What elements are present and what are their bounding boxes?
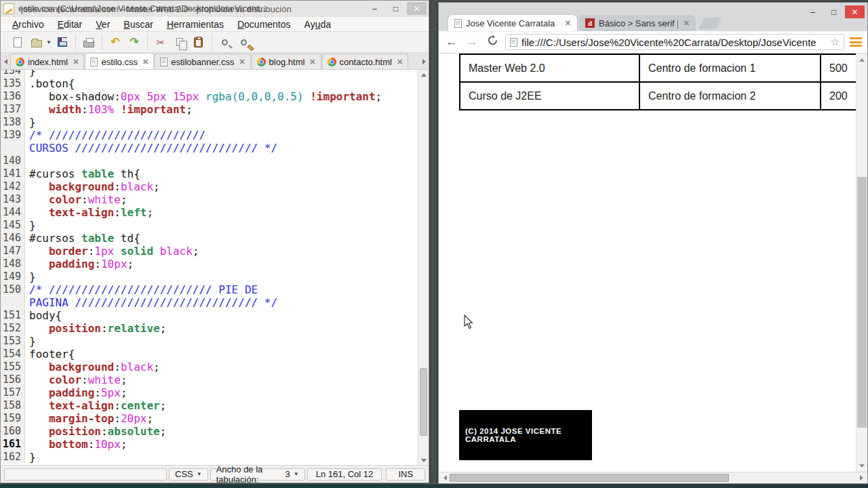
gedit-tabbar: index.html✕estilo.css✕estilobanner.css✕b… — [1, 53, 429, 70]
browser-tab[interactable]: dBásico > Sans serif | dafon✕ — [579, 15, 696, 31]
scroll-up-icon[interactable] — [418, 70, 429, 79]
table-cell: 500 — [821, 54, 861, 82]
find-and-replace-button[interactable] — [236, 34, 252, 50]
back-icon[interactable]: ← — [444, 35, 459, 49]
line-number: 138 — [1, 116, 25, 129]
chrome-close-icon[interactable]: ✕ — [845, 5, 865, 18]
tab-scroll-right-icon[interactable] — [419, 54, 429, 69]
save-button[interactable] — [54, 34, 71, 50]
print-button[interactable] — [81, 34, 97, 50]
code-line: 147 border:1px solid black; — [1, 245, 418, 258]
file-icon — [90, 58, 98, 66]
hscrollbar-thumb[interactable] — [450, 474, 729, 482]
open-folder-button[interactable] — [28, 34, 45, 50]
editor-tab-contacto.html[interactable]: contacto.html✕ — [322, 54, 409, 69]
gedit-titlebar[interactable]: estilo.css (C:\Users\Jose Vicente Carrat… — [1, 1, 429, 17]
tab-width-selector[interactable]: Ancho de la tabulación: 3 ▼ — [210, 468, 305, 481]
language-selector[interactable]: CSS ▼ — [169, 468, 208, 481]
editor-vertical-scrollbar[interactable] — [418, 70, 429, 465]
bookmark-star-icon[interactable]: ☆ — [831, 36, 840, 48]
browser-tab[interactable]: Jose Vicente Carratala✕ — [448, 15, 577, 31]
code-line: 141#cursos table th{ — [1, 167, 418, 180]
code-line: 136 box-shadow:0px 5px 15px rgba(0,0,0,0… — [1, 90, 418, 103]
close-tab-icon[interactable]: ✕ — [73, 58, 79, 66]
browser-viewport: Master Web 2.0Centro de formacion 1500Cu… — [439, 54, 867, 472]
menu-editar[interactable]: Editar — [52, 18, 89, 30]
code-line: 142 background:black; — [1, 180, 418, 193]
url-text[interactable]: file:///C:/Users/Jose%20Vicente%20Carrat… — [521, 37, 827, 48]
menu-ver[interactable]: Ver — [90, 18, 116, 30]
save-icon — [58, 37, 67, 47]
copy-button[interactable] — [172, 34, 188, 50]
chrome-maximize-icon[interactable]: □ — [824, 5, 844, 18]
code-line: 150/* ///////////////////////// PIE DE — [1, 283, 418, 296]
table-cell: Curso de J2EE — [460, 82, 639, 110]
table-cell: Master Web 2.0 — [460, 54, 639, 82]
close-tab-icon[interactable]: ✕ — [142, 58, 149, 66]
close-tab-icon[interactable]: ✕ — [684, 19, 690, 28]
editor-scrollbar-thumb[interactable] — [420, 368, 427, 436]
browser-tab-title: Jose Vicente Carratala — [466, 18, 559, 28]
code-line: 161 bottom:10px; — [1, 438, 418, 451]
gedit-minimize-icon[interactable]: – — [365, 2, 384, 15]
close-tab-icon[interactable]: ✕ — [309, 58, 315, 66]
gedit-window: estilo.css (C:\Users\Jose Vicente Carrat… — [0, 0, 429, 483]
chrome-toolbar: ← → file:///C:/Users/Jose%20Vicente%20Ca… — [439, 31, 867, 54]
status-message-area — [4, 468, 167, 481]
editor-tab-estilobanner.css[interactable]: estilobanner.css✕ — [155, 54, 250, 69]
code-line: 153} — [1, 335, 418, 348]
forward-icon[interactable]: → — [465, 35, 479, 49]
menu-documentos[interactable]: Documentos — [231, 18, 297, 30]
browser-horizontal-scrollbar[interactable] — [439, 472, 867, 483]
browser-vertical-scrollbar[interactable] — [856, 54, 867, 472]
table-row: Curso de J2EECentro de formacion 2200 — [460, 82, 861, 110]
line-number — [1, 142, 25, 155]
chevron-down-icon: ▼ — [294, 471, 299, 477]
dafont-favicon: d — [585, 18, 595, 28]
scroll-up-icon[interactable] — [856, 55, 867, 64]
chrome-minimize-icon[interactable]: – — [803, 5, 823, 18]
chrome-titlebar[interactable]: – □ ✕ Jose Vicente Carratala✕dBásico > S… — [439, 3, 867, 31]
scroll-right-icon[interactable] — [856, 473, 866, 483]
menu-archivo[interactable]: Archivo — [6, 18, 50, 30]
code-line: 148 padding:10px; — [1, 258, 418, 270]
new-document-button[interactable] — [9, 34, 26, 50]
close-tab-icon[interactable]: ✕ — [565, 19, 571, 28]
gedit-maximize-icon[interactable]: □ — [386, 2, 406, 15]
code-line: 137 width:103% !important; — [1, 103, 418, 116]
close-tab-icon[interactable]: ✕ — [397, 58, 403, 66]
menu-herramientas[interactable]: Herramientas — [161, 18, 230, 30]
scroll-left-icon[interactable] — [440, 473, 450, 483]
line-number: 147 — [1, 245, 25, 258]
reload-icon[interactable] — [485, 35, 500, 49]
code-line: 146#cursos table td{ — [1, 232, 418, 245]
chrome-menu-icon[interactable] — [850, 37, 862, 47]
line-number: 149 — [1, 270, 25, 283]
scroll-down-icon[interactable] — [856, 461, 867, 470]
editor-tab-estilo.css[interactable]: estilo.css✕ — [85, 53, 154, 69]
find-button[interactable] — [217, 34, 233, 50]
browser-scrollbar-thumb[interactable] — [857, 177, 867, 428]
cut-button[interactable]: ✂ — [153, 34, 169, 50]
cursor-position: Ln 161, Col 12 — [307, 468, 382, 481]
gedit-close-icon[interactable]: ✕ — [407, 2, 427, 15]
find-and-replace-icon — [241, 39, 247, 45]
redo-icon: ↷ — [130, 37, 138, 47]
address-bar[interactable]: file:///C:/Users/Jose%20Vicente%20Carrat… — [505, 34, 844, 50]
open-dropdown-icon[interactable]: ▼ — [46, 39, 52, 45]
line-number: 156 — [1, 373, 25, 386]
redo-button[interactable]: ↷ — [126, 34, 142, 50]
editor-tab-index.html[interactable]: index.html✕ — [10, 54, 84, 69]
close-tab-icon[interactable]: ✕ — [239, 58, 245, 66]
menu-buscar[interactable]: Buscar — [117, 18, 159, 30]
line-number: 155 — [1, 361, 25, 373]
menu-ayuda[interactable]: Ayuda — [298, 18, 337, 30]
tab-scroll-left-icon[interactable] — [1, 54, 10, 69]
paste-button[interactable] — [191, 34, 207, 50]
code-line: 160 position:absolute; — [1, 425, 418, 438]
new-tab-button[interactable] — [698, 18, 722, 29]
scroll-down-icon[interactable] — [418, 455, 429, 465]
editor-tab-blog.html[interactable]: blog.html✕ — [252, 54, 321, 69]
code-editor[interactable]: 134}135.boton{136 box-shadow:0px 5px 15p… — [1, 70, 429, 465]
undo-button[interactable]: ↶ — [107, 34, 123, 50]
